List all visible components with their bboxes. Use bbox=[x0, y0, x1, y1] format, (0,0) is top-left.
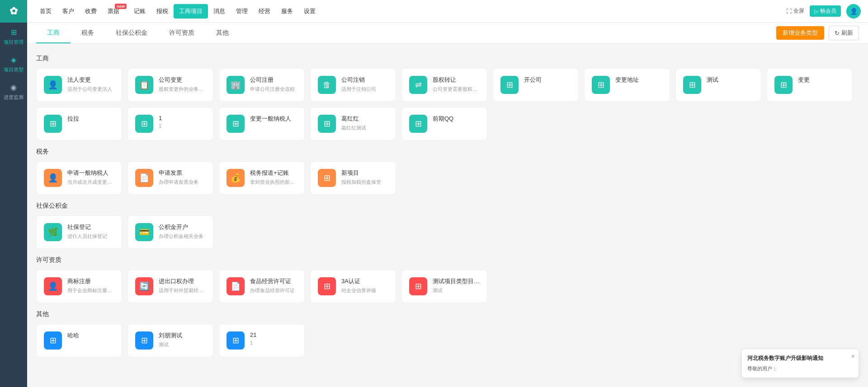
card-ge-hong-hong[interactable]: ⊞ 葛红红 葛红红测试 bbox=[310, 107, 396, 140]
3a-cert-icon: ⊞ bbox=[318, 277, 336, 295]
card-company-cancel[interactable]: 🗑 公司注销 适用于注销公司 bbox=[310, 68, 396, 102]
card-food-license-desc: 办理食品经营许可证 bbox=[250, 287, 297, 294]
member-button[interactable]: ▷ 畅会员 bbox=[810, 5, 841, 17]
nav-settings[interactable]: 设置 bbox=[298, 0, 321, 23]
card-legal-change-title: 法人变更 bbox=[67, 76, 114, 84]
card-test-type-def[interactable]: ⊞ 测试项目类型目定义 测试 bbox=[401, 270, 487, 303]
nav-industry[interactable]: 工商项目 bbox=[174, 4, 208, 19]
card-change-general-tax-title: 变更一般纳税人 bbox=[250, 115, 297, 123]
card-ge-hong-hong-desc: 葛红红测试 bbox=[341, 125, 388, 131]
tab-license[interactable]: 许可资质 bbox=[158, 23, 205, 43]
card-tax-report-accounting-title: 税务报道+记账 bbox=[250, 169, 297, 177]
card-3a-cert[interactable]: ⊞ 3A认证 对企业信誉评级 bbox=[310, 270, 396, 303]
nav-ticket[interactable]: 票据 new bbox=[102, 0, 128, 23]
sidebar: ✿ ⊞ 项目管理 ◈ 项目类型 ◉ 进度监测 bbox=[0, 0, 27, 387]
tab-tax[interactable]: 税务 bbox=[71, 23, 105, 43]
card-new-project[interactable]: ⊞ 新项目 报税加税控盘保管 bbox=[310, 161, 396, 195]
card-company-change[interactable]: 📋 公司变更 股权变更外的业务变更 bbox=[127, 68, 213, 102]
card-fund-open[interactable]: 💳 公积金开户 办理公积金相关业务 bbox=[127, 215, 213, 249]
card-tax-report-accounting[interactable]: 💰 税务报道+记账 拿到营业执照的新公司 bbox=[219, 161, 305, 195]
card-lala-title: 拉拉 bbox=[67, 115, 114, 123]
sidebar-logo[interactable]: ✿ bbox=[0, 0, 27, 23]
company-register-icon: 🏢 bbox=[226, 76, 245, 94]
one-icon: ⊞ bbox=[135, 115, 153, 133]
card-import-export[interactable]: 🔄 进出口权办理 适用于对外贸易经营者 bbox=[127, 270, 213, 303]
sidebar-item-project-types[interactable]: ◈ 项目类型 bbox=[0, 50, 27, 78]
main-wrapper: 首页 客户 收费 票据 new 记账 报税 工商项目 消息 管理 经营 服务 设… bbox=[27, 0, 868, 387]
change-icon: ⊞ bbox=[774, 76, 793, 94]
card-social-register[interactable]: 🌿 社保登记 进行人员社保登记 bbox=[36, 215, 122, 249]
card-change[interactable]: ⊞ 变更 bbox=[767, 68, 853, 102]
card-trademark[interactable]: 👤 商标注册 用于企业商标注册服务 bbox=[36, 270, 122, 303]
card-front-qq[interactable]: ⊞ 前期QQ bbox=[401, 107, 487, 140]
company-cancel-icon: 🗑 bbox=[318, 76, 336, 94]
social-fund-section-title: 社保公积金 bbox=[36, 202, 859, 210]
fullscreen-button[interactable]: ⛶ 全屏 bbox=[786, 7, 804, 15]
notification-popup: × 河北税务数字账户升级影响通知 尊敬的用户： bbox=[741, 349, 859, 378]
other-section-title: 其他 bbox=[36, 310, 859, 318]
nav-service[interactable]: 服务 bbox=[276, 0, 298, 23]
nav-management[interactable]: 管理 bbox=[231, 0, 253, 23]
other-cards-grid: ⊞ 哈哈 ⊞ 刘朋测试 测试 ⊞ bbox=[36, 324, 859, 357]
card-test-type-def-title: 测试项目类型目定义 bbox=[433, 277, 480, 285]
card-liu-peng-test[interactable]: ⊞ 刘朋测试 测试 bbox=[127, 324, 213, 357]
change-address-icon: ⊞ bbox=[592, 76, 610, 94]
notification-title: 河北税务数字账户升级影响通知 bbox=[747, 354, 853, 362]
test-type-def-icon: ⊞ bbox=[409, 277, 427, 295]
card-equity-transfer[interactable]: ⇌ 股权转让 公司变更需要股权转让 bbox=[401, 68, 487, 102]
notification-close-button[interactable]: × bbox=[851, 353, 855, 360]
lala-icon: ⊞ bbox=[44, 115, 62, 133]
card-one[interactable]: ⊞ 1 1 bbox=[127, 107, 213, 140]
nav-customer[interactable]: 客户 bbox=[57, 0, 80, 23]
card-company-register[interactable]: 🏢 公司注册 申请公司注册全流程 bbox=[219, 68, 305, 102]
card-ha-ha[interactable]: ⊞ 哈哈 bbox=[36, 324, 122, 357]
new-type-button[interactable]: 新增业务类型 bbox=[776, 26, 824, 40]
card-apply-invoice[interactable]: 📄 申请发票 办理申请发票业务 bbox=[127, 161, 213, 195]
nav-accounting[interactable]: 记账 bbox=[128, 0, 151, 23]
card-3a-cert-desc: 对企业信誉评级 bbox=[341, 287, 388, 294]
card-change-general-tax[interactable]: ⊞ 变更一般纳税人 bbox=[219, 107, 305, 140]
card-lala[interactable]: ⊞ 拉拉 bbox=[36, 107, 122, 140]
project-management-icon: ⊞ bbox=[9, 27, 19, 37]
card-apply-general-tax[interactable]: 👤 申请一般纳税人 当月或次月成变更完成 bbox=[36, 161, 122, 195]
card-front-qq-title: 前期QQ bbox=[433, 115, 480, 123]
card-apply-invoice-desc: 办理申请发票业务 bbox=[159, 179, 206, 186]
nav-operation[interactable]: 经营 bbox=[253, 0, 276, 23]
avatar[interactable]: 👤 bbox=[846, 4, 861, 19]
liu-peng-test-icon: ⊞ bbox=[135, 331, 153, 350]
card-legal-change[interactable]: 👤 法人变更 适用于公司变更法人 bbox=[36, 68, 122, 102]
sidebar-item-progress-monitor[interactable]: ◉ 进度监测 bbox=[0, 78, 27, 105]
nav-home[interactable]: 首页 bbox=[34, 0, 57, 23]
tab-social-fund[interactable]: 社保公积金 bbox=[105, 23, 158, 43]
apply-general-tax-icon: 👤 bbox=[44, 169, 62, 187]
industry-cards-grid: 👤 法人变更 适用于公司变更法人 📋 公司变更 股权变更外的业务变更 bbox=[36, 68, 859, 140]
card-legal-change-desc: 适用于公司变更法人 bbox=[67, 86, 114, 93]
nav-message[interactable]: 消息 bbox=[208, 0, 231, 23]
nav-billing[interactable]: 收费 bbox=[80, 0, 102, 23]
nav-tax[interactable]: 报税 bbox=[151, 0, 174, 23]
fullscreen-icon: ⛶ bbox=[786, 8, 792, 14]
card-apply-invoice-title: 申请发票 bbox=[159, 169, 206, 177]
tab-industry[interactable]: 工商 bbox=[36, 23, 71, 43]
card-tax-report-accounting-desc: 拿到营业执照的新公司 bbox=[250, 179, 297, 186]
card-twenty-one[interactable]: ⊞ 21 1 bbox=[219, 324, 305, 357]
card-company-cancel-title: 公司注销 bbox=[341, 76, 388, 84]
card-company-cancel-desc: 适用于注销公司 bbox=[341, 86, 388, 93]
card-test-type-def-desc: 测试 bbox=[433, 287, 480, 294]
tab-other[interactable]: 其他 bbox=[205, 23, 240, 43]
industry-section-title: 工商 bbox=[36, 55, 859, 63]
card-test-title: 测试 bbox=[707, 76, 754, 84]
card-open-company[interactable]: ⊞ 开公司 bbox=[493, 68, 579, 102]
card-food-license-title: 食品经营许可证 bbox=[250, 277, 297, 285]
card-twenty-one-title: 21 bbox=[250, 331, 297, 338]
sidebar-item-project-management[interactable]: ⊞ 项目管理 bbox=[0, 23, 27, 50]
card-food-license[interactable]: 📄 食品经营许可证 办理食品经营许可证 bbox=[219, 270, 305, 303]
card-test[interactable]: ⊞ 测试 bbox=[675, 68, 761, 102]
refresh-button[interactable]: ↻ 刷新 bbox=[829, 26, 859, 40]
card-new-project-desc: 报税加税控盘保管 bbox=[341, 179, 388, 186]
card-social-register-title: 社保登记 bbox=[67, 223, 114, 231]
card-fund-open-title: 公积金开户 bbox=[159, 223, 206, 231]
card-twenty-one-desc: 1 bbox=[250, 340, 297, 345]
legal-change-icon: 👤 bbox=[44, 76, 62, 94]
card-change-address[interactable]: ⊞ 变更地址 bbox=[584, 68, 670, 102]
